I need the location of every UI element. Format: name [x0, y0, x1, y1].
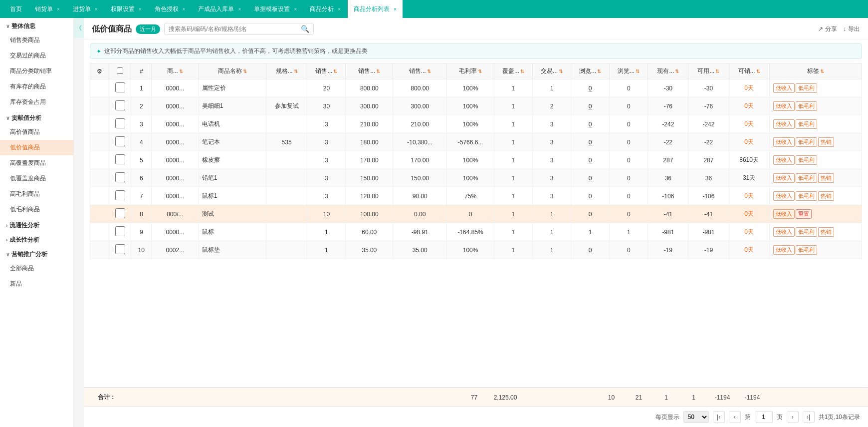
select-all-checkbox[interactable] — [117, 67, 123, 74]
nav-permission-settings[interactable]: 权限设置 × — [105, 0, 148, 18]
row-avail: -41 — [688, 205, 729, 223]
sidebar-group-marketing[interactable]: ∨ 营销推广分析 — [0, 246, 73, 261]
nav-role-auth[interactable]: 角色授权 × — [149, 0, 192, 18]
sidebar-item-high-value[interactable]: 高价值商品 — [0, 124, 73, 140]
view-link[interactable]: 0 — [589, 139, 592, 146]
th-tags[interactable]: 标签⇅ — [769, 63, 862, 79]
first-page-button[interactable]: |‹ — [713, 411, 725, 423]
sidebar-item-high-margin[interactable]: 高毛利商品 — [0, 186, 73, 202]
view-link[interactable]: 0 — [589, 157, 592, 164]
sidebar-item-low-value[interactable]: 低价值商品 — [0, 140, 73, 155]
row-spec — [266, 115, 307, 133]
sidebar-collapse-button[interactable]: 《 — [74, 18, 84, 38]
th-stock[interactable]: 现有...⇅ — [648, 63, 688, 79]
notice-text: 这部分商品的销售收入大幅低于商品平均销售收入，价值不高，可考虑调整营销策略，或是… — [104, 47, 368, 55]
row-checkbox[interactable] — [115, 172, 125, 182]
nav-product-analysis-list[interactable]: 商品分析列表 × — [348, 0, 403, 18]
th-avail[interactable]: 可用...⇅ — [688, 63, 729, 79]
th-days[interactable]: 可销...⇅ — [729, 63, 769, 79]
view-link[interactable]: 0 — [589, 85, 592, 92]
nav-product-analysis[interactable]: 商品分析 × — [304, 0, 347, 18]
nav-home[interactable]: 首页 — [4, 0, 28, 18]
close-icon[interactable]: × — [294, 6, 297, 12]
search-icon[interactable]: 🔍 — [301, 25, 309, 33]
period-badge[interactable]: 近一月 — [136, 24, 160, 34]
view-link[interactable]: 0 — [589, 193, 592, 200]
nav-template-settings[interactable]: 单据模板设置 × — [248, 0, 303, 18]
footer-cover: 10 — [598, 392, 625, 403]
per-page-select[interactable]: 50 100 200 — [683, 411, 709, 423]
next-page-button[interactable]: › — [787, 411, 799, 423]
sidebar-group-growth[interactable]: › 成长性分析 — [0, 232, 73, 246]
row-qty: 3 — [307, 151, 346, 169]
th-sales1[interactable]: 销售...⇅ — [346, 63, 393, 79]
sidebar-item-sales-products[interactable]: 销售类商品 — [0, 32, 73, 48]
sidebar-group-contribution[interactable]: ∨ 贡献值分析 — [0, 110, 73, 124]
sidebar-item-new-products[interactable]: 新品 — [0, 276, 73, 292]
row-cover: 1 — [494, 133, 532, 151]
row-gross: -164.85% — [447, 223, 494, 241]
sidebar-group-overall[interactable]: ∨ 整体信息 — [0, 18, 73, 32]
sidebar-item-high-coverage[interactable]: 高覆盖度商品 — [0, 155, 73, 171]
th-cover[interactable]: 覆盖...⇅ — [494, 63, 532, 79]
th-settings[interactable]: ⚙ — [90, 63, 109, 79]
th-checkbox[interactable] — [109, 63, 131, 79]
last-page-button[interactable]: ›| — [803, 411, 815, 423]
close-icon[interactable]: × — [95, 6, 98, 12]
search-input[interactable] — [169, 25, 299, 32]
th-spec[interactable]: 规格...⇅ — [266, 63, 307, 79]
th-trade[interactable]: 交易...⇅ — [532, 63, 571, 79]
close-icon[interactable]: × — [338, 6, 341, 12]
row-trade: 1 — [532, 223, 571, 241]
th-view2[interactable]: 浏览...⇅ — [610, 63, 648, 79]
row-settings-cell — [90, 205, 109, 223]
th-sales2[interactable]: 销售...⇅ — [393, 63, 447, 79]
sidebar-group-circulation[interactable]: › 流通性分析 — [0, 217, 73, 232]
row-code: 000/... — [152, 205, 199, 223]
view-link[interactable]: 0 — [589, 211, 592, 218]
share-button[interactable]: ↗ 分享 — [818, 25, 837, 33]
sidebar-item-stock-capital[interactable]: 库存资金占用 — [0, 94, 73, 110]
view-link[interactable]: 0 — [589, 247, 592, 254]
nav-product-inbound[interactable]: 产成品入库单 × — [192, 0, 247, 18]
sidebar-item-traded-products[interactable]: 交易过的商品 — [0, 48, 73, 63]
row-name: 笔记本 — [199, 133, 266, 151]
row-checkbox[interactable] — [115, 136, 125, 146]
row-checkbox[interactable] — [115, 82, 125, 92]
prev-page-button[interactable]: ‹ — [729, 411, 741, 423]
close-icon[interactable]: × — [139, 6, 142, 12]
nav-sales-order[interactable]: 销货单 × — [29, 0, 66, 18]
close-icon[interactable]: × — [183, 6, 186, 12]
page-title: 低价值商品 — [92, 24, 132, 34]
row-checkbox[interactable] — [115, 154, 125, 164]
row-gross: 0 — [447, 205, 494, 223]
sidebar-item-low-margin[interactable]: 低毛利商品 — [0, 202, 73, 217]
sidebar-item-stock-products[interactable]: 有库存的商品 — [0, 79, 73, 94]
row-checkbox[interactable] — [115, 226, 125, 236]
view-link[interactable]: 0 — [589, 121, 592, 128]
row-sales1: 100.00 — [346, 205, 393, 223]
sidebar-item-all-products[interactable]: 全部商品 — [0, 261, 73, 276]
row-checkbox[interactable] — [115, 100, 125, 110]
close-icon[interactable]: × — [394, 6, 397, 12]
sidebar-item-low-coverage[interactable]: 低覆盖度商品 — [0, 171, 73, 186]
product-tag: 低收入 — [773, 101, 795, 111]
close-icon[interactable]: × — [57, 6, 60, 12]
row-checkbox[interactable] — [115, 190, 125, 200]
nav-purchase-order[interactable]: 进货单 × — [67, 0, 104, 18]
th-view1[interactable]: 浏览...⇅ — [571, 63, 610, 79]
close-icon[interactable]: × — [238, 6, 241, 12]
view-link[interactable]: 0 — [589, 175, 592, 182]
row-view1: 0 — [571, 115, 610, 133]
row-checkbox[interactable] — [115, 244, 125, 254]
page-number-input[interactable] — [755, 411, 773, 423]
view-link[interactable]: 0 — [589, 103, 592, 110]
th-name[interactable]: 商品名称⇅ — [199, 63, 266, 79]
th-qty[interactable]: 销售...⇅ — [307, 63, 346, 79]
th-gross[interactable]: 毛利率⇅ — [447, 63, 494, 79]
export-button[interactable]: ↓ 导出 — [843, 25, 860, 33]
sidebar-item-category-rate[interactable]: 商品分类助销率 — [0, 63, 73, 79]
row-checkbox[interactable] — [115, 118, 125, 128]
row-checkbox[interactable] — [115, 208, 125, 218]
th-code[interactable]: 商...⇅ — [152, 63, 199, 79]
